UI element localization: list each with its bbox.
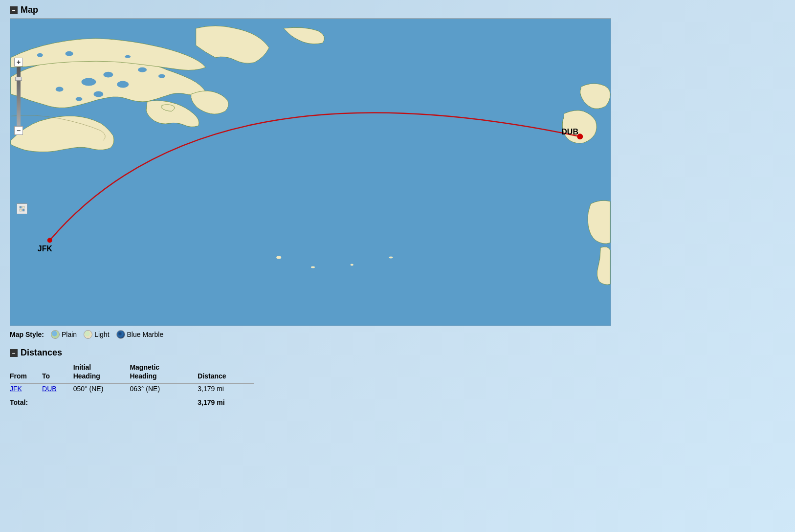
svg-rect-22 (20, 209, 22, 211)
total-label: Total: (10, 394, 42, 407)
zoom-thumb[interactable] (15, 77, 22, 81)
distances-section-header: – Distances (10, 348, 785, 358)
style-light-label: Light (94, 331, 109, 338)
cell-from: JFK (10, 384, 42, 394)
col-header-magnetic: MagneticHeading (130, 362, 198, 381)
map-style-label: Map Style: (10, 331, 44, 338)
svg-point-13 (311, 266, 315, 268)
to-link[interactable]: DUB (42, 385, 57, 393)
svg-point-16 (47, 238, 52, 243)
distances-section-title: Distances (21, 348, 62, 358)
svg-point-10 (66, 51, 73, 56)
map-container: JFK DUB + − (10, 18, 611, 326)
distances-collapse-icon[interactable]: – (10, 349, 18, 357)
cell-to: DUB (42, 384, 73, 394)
svg-point-3 (117, 81, 129, 88)
svg-point-14 (351, 264, 353, 266)
cell-magnetic: 063° (NE) (130, 384, 198, 394)
svg-point-12 (276, 256, 281, 259)
total-distance: 3,179 mi (198, 394, 254, 407)
svg-point-6 (158, 74, 165, 78)
zoom-controls: + − (14, 58, 23, 135)
distances-table: From To InitialHeading MagneticHeading D… (10, 362, 254, 407)
total-empty-initial (73, 394, 130, 407)
zoom-out-button[interactable]: − (14, 126, 23, 135)
svg-point-8 (76, 97, 83, 101)
style-option-light[interactable]: Light (84, 330, 109, 339)
svg-point-15 (389, 256, 393, 258)
svg-point-1 (81, 78, 96, 86)
distances-section: – Distances From To InitialHeading Magne… (10, 348, 785, 407)
map-style-row: Map Style: Plain Light Blue Marble (10, 330, 785, 339)
cell-initial: 050° (NE) (73, 384, 130, 394)
col-header-initial: InitialHeading (73, 362, 130, 381)
zoom-bar[interactable] (17, 67, 21, 126)
style-option-plain[interactable]: Plain (51, 330, 77, 339)
svg-point-11 (125, 55, 131, 58)
svg-point-2 (103, 72, 113, 78)
plain-icon (51, 330, 60, 339)
col-header-from: From (10, 362, 42, 381)
svg-text:DUB: DUB (561, 128, 578, 136)
style-plain-label: Plain (62, 331, 77, 338)
svg-point-7 (93, 91, 103, 97)
map-collapse-icon[interactable]: – (10, 6, 18, 14)
total-empty-to (42, 394, 73, 407)
map-section-title: Map (21, 5, 38, 15)
table-row: JFK DUB 050° (NE) 063° (NE) 3,179 mi (10, 384, 254, 394)
page-wrapper: – Map (0, 0, 795, 417)
zoom-in-button[interactable]: + (14, 58, 23, 66)
svg-rect-21 (22, 206, 24, 208)
bluemarble-icon (116, 330, 125, 339)
style-bluemarble-label: Blue Marble (127, 331, 164, 338)
col-header-distance: Distance (198, 362, 254, 381)
total-row: Total: 3,179 mi (10, 394, 254, 407)
from-link[interactable]: JFK (10, 385, 22, 393)
svg-text:JFK: JFK (38, 244, 53, 253)
style-option-bluemarble[interactable]: Blue Marble (116, 330, 164, 339)
svg-point-5 (138, 67, 147, 72)
map-widget[interactable] (17, 203, 27, 214)
svg-point-4 (56, 87, 64, 92)
light-icon (84, 330, 92, 339)
map-svg: JFK DUB (10, 19, 611, 326)
map-section-header: – Map (10, 5, 785, 15)
svg-rect-23 (22, 209, 24, 211)
col-header-to: To (42, 362, 73, 381)
total-empty-magnetic (130, 394, 198, 407)
cell-distance: 3,179 mi (198, 384, 254, 394)
svg-point-9 (37, 53, 43, 57)
svg-rect-20 (20, 206, 22, 208)
